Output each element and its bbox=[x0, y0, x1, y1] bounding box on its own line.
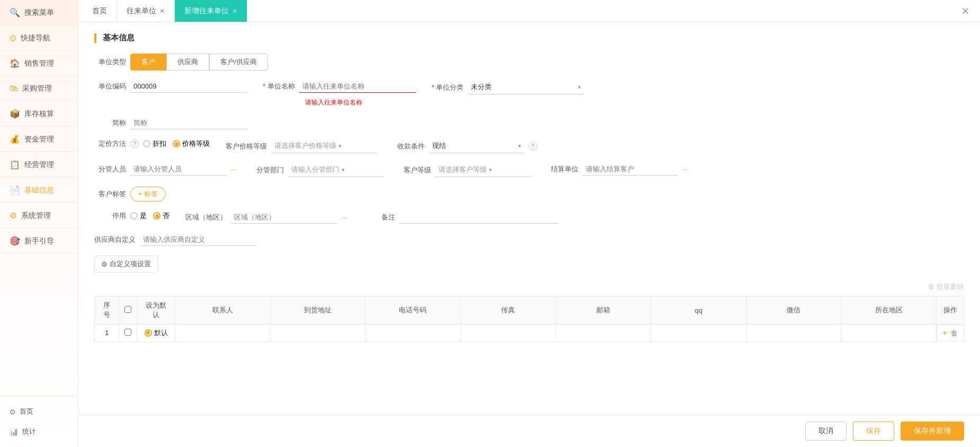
col-contact: 联系人 bbox=[175, 296, 270, 325]
select-all-checkbox[interactable] bbox=[124, 306, 131, 313]
fax-input[interactable] bbox=[466, 329, 550, 337]
sidebar-item-quicknav[interactable]: ⊙ 快捷导航 bbox=[0, 25, 78, 51]
type-btn-customer[interactable]: 客户 bbox=[130, 54, 166, 71]
col-fax: 传真 bbox=[460, 296, 556, 325]
add-tag-button[interactable]: + 标签 bbox=[130, 187, 166, 201]
phone-input[interactable] bbox=[371, 329, 455, 337]
note-input[interactable] bbox=[399, 211, 558, 224]
unit-type-group: 单位类型 客户 供应商 客户/供应商 bbox=[94, 54, 268, 71]
row-wechat[interactable] bbox=[746, 325, 841, 342]
settlement-unit-input[interactable] bbox=[583, 163, 678, 176]
pricing-help-icon[interactable]: ? bbox=[130, 139, 139, 148]
home-bottom-icon: ⊙ bbox=[10, 408, 15, 416]
table-toolbar: 🗑 批量删除 bbox=[94, 278, 964, 296]
radio-discount[interactable]: 折扣 bbox=[143, 139, 166, 148]
sidebar-item-operations[interactable]: 📋 经营管理 bbox=[0, 152, 78, 178]
save-new-button[interactable]: 保存并新增 bbox=[901, 422, 964, 441]
settlement-ellipsis[interactable]: ··· bbox=[682, 165, 689, 173]
col-phone: 电话号码 bbox=[366, 296, 461, 325]
pricing-row: 定价方法 ? 折扣 价格等级 客户价格等级 请选择客户价格等级 bbox=[94, 139, 964, 153]
manager-ellipsis[interactable]: ··· bbox=[230, 165, 236, 173]
payment-terms-select[interactable]: 现结 ▾ bbox=[429, 139, 524, 153]
sidebar-item-purchase[interactable]: 🛍 采购管理 bbox=[0, 76, 78, 101]
radio-price-level[interactable]: 价格等级 bbox=[173, 139, 210, 148]
batch-delete-button[interactable]: 🗑 批量删除 bbox=[928, 282, 964, 292]
row-default-radio[interactable]: 默认 bbox=[142, 328, 170, 338]
sidebar-item-system[interactable]: ⚙ 系统管理 bbox=[0, 203, 78, 229]
unit-name-input[interactable] bbox=[299, 80, 416, 93]
row-add-button[interactable]: + bbox=[942, 328, 947, 338]
manager-input[interactable] bbox=[130, 163, 226, 176]
finance-icon: 💰 bbox=[10, 134, 20, 144]
tab-counterparty-close[interactable]: ✕ bbox=[159, 7, 165, 15]
type-btn-both[interactable]: 客户/供应商 bbox=[209, 54, 268, 71]
contact-table: 序号 设为默认 联系人 到货地址 电话号码 传真 邮箱 qq 微信 所在地区 操… bbox=[94, 296, 964, 342]
row-email[interactable] bbox=[556, 325, 651, 342]
disable-region-row: 停用 是 否 区域（地区） ··· 备注 bbox=[94, 211, 964, 224]
tab-home[interactable]: 首页 bbox=[83, 0, 117, 22]
row-default: 默认 bbox=[137, 325, 175, 342]
row-select-checkbox[interactable] bbox=[124, 329, 131, 336]
contact-input[interactable] bbox=[181, 329, 265, 337]
address-input[interactable] bbox=[276, 329, 360, 337]
col-checkbox[interactable] bbox=[119, 296, 137, 325]
unit-name-error: 请输入往来单位名称 bbox=[305, 98, 362, 107]
sidebar-item-finance[interactable]: 💰 资金管理 bbox=[0, 127, 78, 152]
sidebar-home-bottom[interactable]: ⊙ 首页 bbox=[0, 401, 78, 422]
row-seq: 1 bbox=[95, 325, 119, 342]
customer-level-select[interactable]: 请选择客户等级 ▾ bbox=[435, 163, 531, 177]
dept-select[interactable]: 请输入分管部门 ▾ bbox=[288, 163, 384, 177]
col-address: 到货地址 bbox=[270, 296, 366, 325]
manager-label: 分管人员 bbox=[94, 164, 126, 174]
region-ellipsis[interactable]: ··· bbox=[341, 213, 348, 222]
customer-tag-row: 客户标签 + 标签 bbox=[94, 187, 964, 201]
sidebar-stats[interactable]: 📊 统计 bbox=[0, 422, 78, 442]
row-address[interactable] bbox=[270, 325, 366, 342]
row-contact[interactable] bbox=[175, 325, 270, 342]
window-close-button[interactable]: ✕ bbox=[955, 5, 976, 17]
tab-new-counterparty-close[interactable]: ✕ bbox=[232, 7, 237, 15]
radio-yes[interactable]: 是 bbox=[130, 211, 147, 221]
row-phone[interactable] bbox=[366, 325, 461, 342]
sidebar-item-sales[interactable]: 🏠 销售管理 bbox=[0, 51, 78, 76]
email-input[interactable] bbox=[561, 329, 645, 337]
qq-input[interactable] bbox=[656, 329, 741, 337]
short-name-input[interactable] bbox=[130, 117, 247, 129]
customer-level-placeholder: 请选择客户等级 bbox=[439, 165, 487, 174]
save-button[interactable]: 保存 bbox=[853, 422, 894, 441]
col-qq: qq bbox=[651, 296, 746, 325]
cancel-button[interactable]: 取消 bbox=[805, 422, 847, 441]
customer-price-group: 客户价格等级 请选择客户价格等级 ▾ bbox=[226, 139, 377, 153]
row-qq[interactable] bbox=[651, 325, 746, 342]
sidebar-bottom: ⊙ 首页 📊 统计 bbox=[0, 396, 78, 447]
sidebar-item-newguide[interactable]: 🎯 新手引导 bbox=[0, 229, 78, 254]
dept-placeholder: 请输入分管部门 bbox=[291, 165, 340, 174]
disable-label: 停用 bbox=[94, 211, 126, 221]
sidebar-item-search[interactable]: 🔍 搜索菜单 bbox=[0, 0, 78, 25]
region-input[interactable] bbox=[231, 211, 337, 224]
row-fax[interactable] bbox=[460, 325, 556, 342]
unit-category-select[interactable]: 未分类 ▾ bbox=[468, 80, 584, 94]
customer-price-select[interactable]: 请选择客户价格等级 ▾ bbox=[271, 139, 377, 153]
type-btn-supplier[interactable]: 供应商 bbox=[166, 54, 209, 71]
sidebar-item-inventory[interactable]: 📦 库存核算 bbox=[0, 101, 78, 127]
sidebar-item-basic[interactable]: 📄 基础信息 bbox=[0, 178, 78, 203]
tab-counterparty[interactable]: 往来单位 ✕ bbox=[117, 0, 175, 22]
row-checkbox[interactable] bbox=[119, 325, 137, 342]
unit-category-value: 未分类 bbox=[471, 82, 576, 92]
table-body: 1 默认 bbox=[95, 325, 964, 342]
radio-no[interactable]: 否 bbox=[153, 211, 170, 221]
row-region[interactable] bbox=[841, 325, 937, 342]
unit-code-input[interactable] bbox=[130, 80, 247, 93]
customer-tag-group: 客户标签 + 标签 bbox=[94, 187, 166, 201]
tab-new-counterparty[interactable]: 新增往来单位 ✕ bbox=[175, 0, 247, 22]
row-region-input[interactable] bbox=[847, 329, 931, 337]
custom-settings-button[interactable]: ⚙ 自定义项设置 bbox=[94, 256, 158, 273]
wechat-input[interactable] bbox=[752, 329, 836, 337]
supplier-custom-input[interactable] bbox=[140, 233, 256, 246]
pricing-radio-group: 折扣 价格等级 bbox=[143, 139, 210, 148]
col-wechat: 微信 bbox=[746, 296, 841, 325]
payment-terms-help-icon[interactable]: ? bbox=[529, 142, 537, 151]
unit-code-group: 单位编码 bbox=[94, 80, 247, 93]
row-delete-button[interactable]: 🗑 bbox=[950, 329, 958, 337]
